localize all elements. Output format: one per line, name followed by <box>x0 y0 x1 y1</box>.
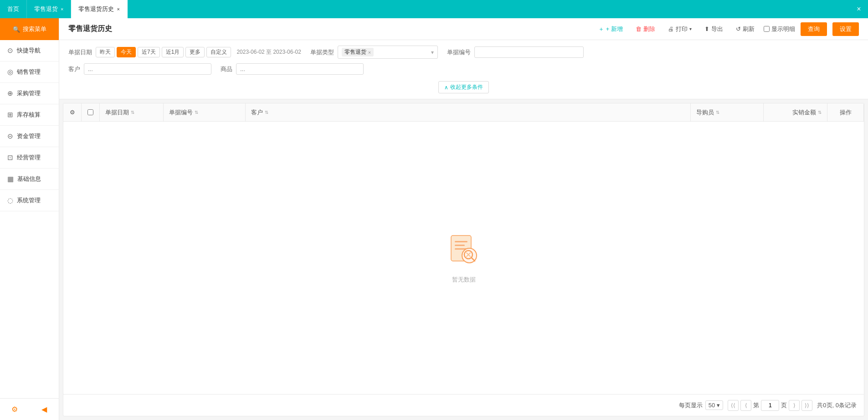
sidebar-item-basic-info[interactable]: ▦ 基础信息 <box>0 169 59 190</box>
basic-info-icon: ▦ <box>7 175 14 183</box>
svg-rect-2 <box>455 245 465 246</box>
delete-icon: 🗑 <box>636 26 642 32</box>
empty-text: 暂无数据 <box>452 276 476 284</box>
page-input[interactable] <box>761 400 779 411</box>
select-all-checkbox[interactable] <box>87 109 93 115</box>
sidebar-item-purchase-mgmt[interactable]: ⊕ 采购管理 <box>0 83 59 104</box>
date-btn-7days[interactable]: 近7天 <box>138 47 160 57</box>
th-customer-label: 客户 <box>251 108 263 117</box>
sidebar-item-system-mgmt[interactable]: ◌ 系统管理 <box>0 190 59 211</box>
type-select-chevron: ▾ <box>431 49 434 56</box>
sidebar-item-sales-mgmt[interactable]: ◎ 销售管理 <box>0 61 59 83</box>
operations-icon: ⊡ <box>7 154 13 162</box>
type-filter: 单据类型 零售退货 × ▾ <box>310 46 438 59</box>
th-operation-label: 操作 <box>840 108 852 117</box>
sidebar-settings-button[interactable]: ⚙ <box>0 399 30 420</box>
th-guide[interactable]: 导购员 ⇅ <box>691 103 764 121</box>
tab-retail-return-history-label: 零售退货历史 <box>78 5 114 13</box>
print-button[interactable]: 🖨 打印 ▾ <box>664 23 695 35</box>
svg-rect-1 <box>455 241 467 242</box>
delete-label: 删除 <box>643 25 655 33</box>
sidebar-item-quick-nav[interactable]: ⊙ 快捷导航 <box>0 40 59 61</box>
date-btn-today[interactable]: 今天 <box>117 47 136 57</box>
prev-page-button[interactable]: ⟨ <box>740 400 751 411</box>
sidebar-item-inventory[interactable]: ⊞ 库存核算 <box>0 104 59 126</box>
collapse-button[interactable]: ∧ 收起更多条件 <box>438 81 489 93</box>
delete-button[interactable]: 🗑 删除 <box>632 23 659 35</box>
th-order-no-sort-icon: ⇅ <box>195 110 198 115</box>
export-icon: ⬆ <box>704 26 709 32</box>
refresh-button[interactable]: ↺ 刷新 <box>732 23 758 35</box>
collapse-label: 收起更多条件 <box>450 83 483 91</box>
page-unit: 页 <box>781 401 787 410</box>
main-layout: 🔍 搜索菜单 ⊙ 快捷导航 ◎ 销售管理 ⊕ 采购管理 ⊞ 库存核算 ⊝ 资金管… <box>0 18 868 420</box>
page-size-select: 每页显示 50 ▾ <box>679 400 723 410</box>
tab-retail-return-history-close[interactable]: × <box>117 6 119 12</box>
date-btn-custom[interactable]: 自定义 <box>206 47 231 57</box>
home-icon: ⊙ <box>7 46 13 55</box>
goods-filter: 商品 <box>221 63 364 75</box>
per-page-select[interactable]: 50 ▾ <box>705 400 723 410</box>
show-detail-label: 显示明细 <box>771 25 795 33</box>
pagination: 每页显示 50 ▾ ⟨⟨ ⟨ 第 页 ⟩ ⟩⟩ 共0页, 0条记录 <box>63 394 864 416</box>
sidebar-collapse-button[interactable]: ◀ <box>30 399 59 420</box>
new-button[interactable]: ＋ + 新增 <box>595 23 627 35</box>
tab-retail-return[interactable]: 零售退货 × <box>27 0 71 18</box>
sidebar-item-basic-info-label: 基础信息 <box>17 175 41 183</box>
tab-list: 首页 零售退货 × 零售退货历史 × <box>0 0 850 18</box>
th-customer[interactable]: 客户 ⇅ <box>246 103 691 121</box>
last-page-button[interactable]: ⟩⟩ <box>801 400 812 411</box>
sidebar: 🔍 搜索菜单 ⊙ 快捷导航 ◎ 销售管理 ⊕ 采购管理 ⊞ 库存核算 ⊝ 资金管… <box>0 18 59 420</box>
date-range-group: 昨天 今天 近7天 近1月 更多 自定义 <box>96 47 231 57</box>
window-close-button[interactable]: × <box>850 0 868 18</box>
purchase-icon: ⊕ <box>7 89 13 97</box>
empty-icon <box>446 232 482 268</box>
type-tag-close[interactable]: × <box>368 50 371 55</box>
tab-home-label: 首页 <box>7 5 19 13</box>
refresh-label: 刷新 <box>743 25 755 33</box>
th-amount[interactable]: 实销金额 ⇅ <box>764 103 827 121</box>
sidebar-item-purchase-mgmt-label: 采购管理 <box>17 89 41 97</box>
tab-retail-return-close[interactable]: × <box>61 6 63 12</box>
customer-input[interactable] <box>84 63 211 75</box>
page-title: 零售退货历史 <box>68 24 595 34</box>
first-page-button[interactable]: ⟨⟨ <box>728 400 739 411</box>
filter-area: 单据日期 昨天 今天 近7天 近1月 更多 自定义 2023-06-02 至 2… <box>59 40 868 99</box>
date-btn-1month[interactable]: 近1月 <box>162 47 184 57</box>
query-button[interactable]: 查询 <box>801 22 827 36</box>
filter-row-2: 客户 商品 <box>68 63 859 75</box>
date-filter: 单据日期 昨天 今天 近7天 近1月 更多 自定义 2023-06-02 至 2… <box>68 47 301 57</box>
sidebar-item-finance[interactable]: ⊝ 资金管理 <box>0 126 59 147</box>
tab-retail-return-history[interactable]: 零售退货历史 × <box>71 0 127 18</box>
sidebar-search[interactable]: 🔍 搜索菜单 <box>0 18 59 40</box>
order-no-filter: 单据编号 <box>447 46 584 58</box>
show-detail-checkbox[interactable]: 显示明细 <box>764 25 795 33</box>
settings-icon: ⚙ <box>70 109 75 116</box>
sales-icon: ◎ <box>7 68 13 76</box>
system-icon: ◌ <box>7 196 13 205</box>
show-detail-checkbox-input[interactable] <box>764 26 770 32</box>
page-header: 零售退货历史 ＋ + 新增 🗑 删除 🖨 打印 ▾ ⬆ 导出 <box>59 18 868 40</box>
date-btn-yesterday[interactable]: 昨天 <box>96 47 115 57</box>
order-no-input[interactable] <box>474 46 584 58</box>
export-button[interactable]: ⬆ 导出 <box>701 23 727 35</box>
date-btn-more[interactable]: 更多 <box>185 47 205 57</box>
th-guide-label: 导购员 <box>696 108 714 117</box>
tab-home[interactable]: 首页 <box>0 0 27 18</box>
tab-retail-return-label: 零售退货 <box>34 5 58 13</box>
settings-button[interactable]: 设置 <box>832 22 859 36</box>
sidebar-item-sales-mgmt-label: 销售管理 <box>17 68 41 76</box>
th-order-no[interactable]: 单据编号 ⇅ <box>164 103 246 121</box>
th-settings[interactable]: ⚙ <box>63 103 82 121</box>
content-area: 零售退货历史 ＋ + 新增 🗑 删除 🖨 打印 ▾ ⬆ 导出 <box>59 18 868 420</box>
customer-filter: 客户 <box>68 63 211 75</box>
per-page-label: 每页显示 <box>679 401 703 410</box>
date-filter-label: 单据日期 <box>68 48 92 56</box>
page-nav: ⟨⟨ ⟨ 第 页 ⟩ ⟩⟩ <box>728 400 812 411</box>
sidebar-item-operations[interactable]: ⊡ 经营管理 <box>0 147 59 169</box>
goods-input[interactable] <box>236 63 364 75</box>
next-page-button[interactable]: ⟩ <box>789 400 800 411</box>
th-date[interactable]: 单据日期 ⇅ <box>100 103 164 121</box>
th-checkbox[interactable] <box>82 103 100 121</box>
type-select[interactable]: 零售退货 × ▾ <box>338 46 438 59</box>
